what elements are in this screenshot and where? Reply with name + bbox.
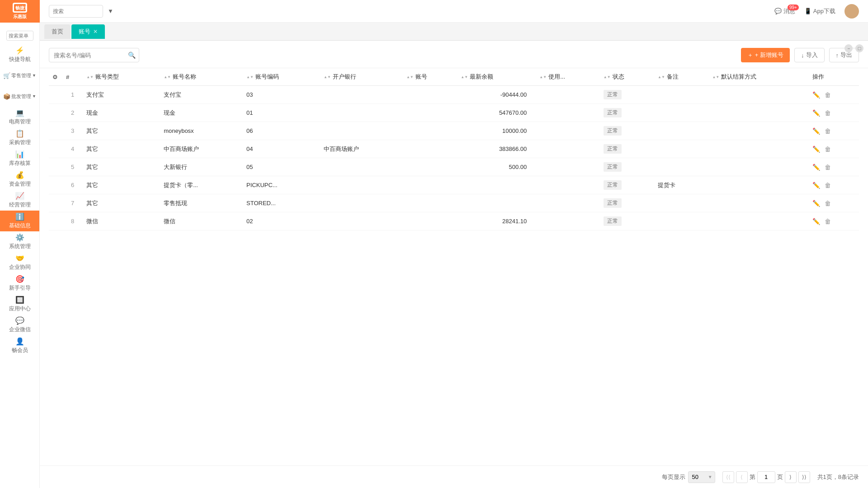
edit-icon[interactable]: ✏️	[812, 91, 820, 99]
row-actions: ✏️ 🗑	[809, 176, 859, 194]
row-balance	[457, 176, 536, 194]
topbar-dropdown[interactable]: ▼	[108, 8, 113, 14]
row-num: 7	[62, 194, 83, 212]
col-name[interactable]: ▲▼账号名称	[160, 68, 243, 86]
row-type: 其它	[83, 140, 160, 158]
import-button[interactable]: ↓ 导入	[794, 48, 825, 62]
col-account[interactable]: ▲▼账号	[403, 68, 457, 86]
sidebar-item-wholesale[interactable]: 📦 批发管理 ▼	[0, 86, 39, 107]
delete-icon[interactable]: 🗑	[825, 182, 831, 189]
page-number-input[interactable]	[757, 471, 775, 483]
sidebar-item-member[interactable]: 👤 畅会员	[0, 335, 39, 356]
message-button[interactable]: 💬 消息 99+	[774, 7, 795, 15]
sidebar-item-label: 企业微信	[9, 326, 31, 333]
row-actions: ✏️ 🗑	[809, 158, 859, 176]
export-icon: ↑	[836, 52, 839, 59]
col-use[interactable]: ▲▼使用...	[536, 68, 599, 86]
sidebar-item-retail[interactable]: 🛒 零售管理 ▼	[0, 65, 39, 86]
delete-icon[interactable]: 🗑	[825, 127, 831, 135]
status-badge: 正常	[604, 180, 622, 190]
delete-icon[interactable]: 🗑	[825, 218, 831, 225]
topbar-right: 💬 消息 99+ 📱 App下载	[774, 4, 859, 19]
row-default-pay	[708, 140, 809, 158]
row-balance: 500.00	[457, 158, 536, 176]
sidebar-item-search[interactable]	[0, 27, 39, 44]
col-code[interactable]: ▲▼账号编码	[243, 68, 320, 86]
sidebar-item-app-center[interactable]: 🔲 应用中心	[0, 294, 39, 314]
sidebar-item-inventory[interactable]: 📊 库存核算	[0, 148, 39, 169]
account-search-input[interactable]	[49, 48, 139, 62]
sidebar-item-wechat[interactable]: 💬 企业微信	[0, 314, 39, 335]
sidebar-item-ecommerce[interactable]: 💻 电商管理	[0, 107, 39, 127]
status-badge: 正常	[604, 126, 622, 136]
row-num: 1	[62, 86, 83, 104]
add-icon: ＋	[747, 51, 753, 59]
row-code: STORED...	[243, 194, 320, 212]
sidebar-item-label: 批发管理	[11, 93, 31, 100]
col-default-pay[interactable]: ▲▼默认结算方式	[708, 68, 809, 86]
row-status: 正常	[600, 158, 654, 176]
table-row: 5 其它 大新银行 05 500.00 正常 ✏️ 🗑	[49, 158, 859, 176]
edit-icon[interactable]: ✏️	[812, 145, 820, 153]
row-use	[536, 140, 599, 158]
topbar-search-input[interactable]	[49, 5, 103, 18]
row-balance	[457, 194, 536, 212]
sidebar-item-contract[interactable]: 🤝 企业协同	[0, 252, 39, 273]
col-status[interactable]: ▲▼状态	[600, 68, 654, 86]
delete-icon[interactable]: 🗑	[825, 91, 831, 99]
sidebar-search-input[interactable]	[6, 31, 33, 41]
col-balance[interactable]: ▲▼最新余额	[457, 68, 536, 86]
tab-account[interactable]: 账号 ✕	[71, 24, 105, 39]
tab-bar: 首页 账号 ✕	[40, 23, 868, 41]
system-icon: ⚙️	[15, 233, 24, 242]
first-page-button[interactable]: ⟨⟨	[722, 471, 734, 483]
sidebar-item-basic[interactable]: ℹ️ 基础信息	[0, 211, 39, 231]
minimize-button[interactable]: －	[844, 44, 853, 52]
col-gear[interactable]: ⚙	[49, 68, 62, 86]
delete-icon[interactable]: 🗑	[825, 164, 831, 171]
user-avatar[interactable]	[844, 4, 859, 19]
avatar-image	[844, 4, 859, 19]
table-wrap: ⚙ # ▲▼账号类型 ▲▼账号名称 ▲▼账号编码 ▲▼开户银行 ▲▼账号 ▲▼最…	[40, 68, 868, 465]
edit-icon[interactable]: ✏️	[812, 127, 820, 135]
tab-close-icon[interactable]: ✕	[93, 28, 98, 35]
col-remark[interactable]: ▲▼备注	[654, 68, 708, 86]
pagination: ⟨⟨ ⟨ 第 页 ⟩ ⟩⟩	[722, 471, 810, 483]
import-icon: ↓	[801, 52, 804, 59]
add-account-button[interactable]: ＋ + 新增账号	[741, 48, 790, 62]
sidebar-item-system[interactable]: ⚙️ 系统管理	[0, 231, 39, 252]
row-balance: 383866.00	[457, 140, 536, 158]
edit-icon[interactable]: ✏️	[812, 200, 820, 207]
col-type[interactable]: ▲▼账号类型	[83, 68, 160, 86]
delete-icon[interactable]: 🗑	[825, 145, 831, 153]
edit-icon[interactable]: ✏️	[812, 109, 820, 117]
page-size-label: 每页显示	[662, 473, 685, 481]
sidebar-item-finance[interactable]: 💰 资金管理	[0, 169, 39, 190]
next-page-button[interactable]: ⟩	[785, 471, 797, 483]
prev-page-button[interactable]: ⟨	[736, 471, 748, 483]
maximize-button[interactable]: □	[855, 44, 863, 52]
sidebar-item-operations[interactable]: 📈 经营管理	[0, 190, 39, 211]
edit-icon[interactable]: ✏️	[812, 164, 820, 171]
tab-home[interactable]: 首页	[44, 24, 71, 39]
delete-icon[interactable]: 🗑	[825, 200, 831, 207]
status-badge: 正常	[604, 90, 622, 99]
sort-icon: ▲▼	[246, 75, 254, 79]
edit-icon[interactable]: ✏️	[812, 182, 820, 189]
edit-icon[interactable]: ✏️	[812, 218, 820, 225]
last-page-button[interactable]: ⟩⟩	[798, 471, 810, 483]
sidebar-item-purchase[interactable]: 📋 采购管理	[0, 127, 39, 148]
page-size-input[interactable]: 50 100 200	[688, 471, 715, 483]
sidebar-item-shortcuts[interactable]: ⚡ 快捷导航	[0, 44, 39, 65]
col-bank[interactable]: ▲▼开户银行	[320, 68, 403, 86]
search-button[interactable]: 🔍	[128, 52, 136, 59]
status-badge: 正常	[604, 216, 622, 226]
row-bank	[320, 212, 403, 230]
row-name: 微信	[160, 212, 243, 230]
delete-icon[interactable]: 🗑	[825, 109, 831, 117]
app-download-button[interactable]: 📱 App下载	[804, 7, 835, 15]
row-num: 2	[62, 104, 83, 122]
status-badge: 正常	[604, 198, 622, 208]
col-num: #	[62, 68, 83, 86]
sidebar-item-newbie[interactable]: 🎯 新手引导	[0, 273, 39, 294]
